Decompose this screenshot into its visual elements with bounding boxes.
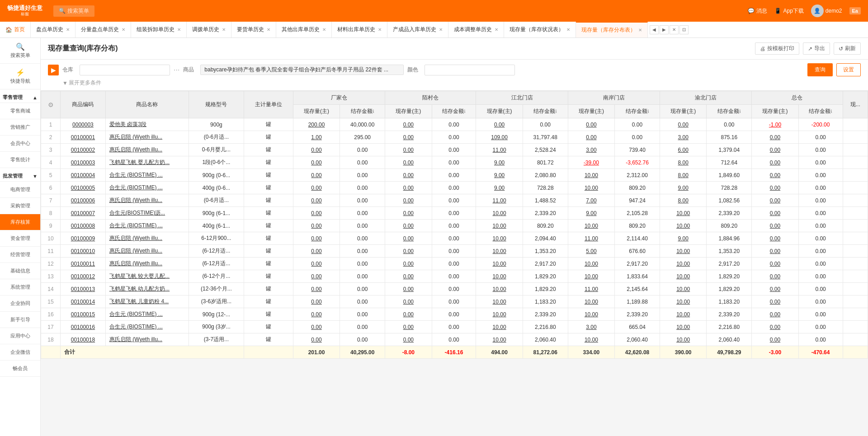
settings-btn[interactable]: 设置 (836, 63, 861, 76)
product-code[interactable]: 00100010 (61, 245, 106, 258)
message-btn[interactable]: 💬 消息 (748, 7, 767, 15)
yubei-qty[interactable]: 10.00 (660, 270, 706, 283)
product-code[interactable]: 00100006 (61, 194, 106, 207)
total-qty[interactable]: 0.00 (752, 333, 798, 346)
mocun-qty[interactable]: 0.00 (385, 283, 432, 295)
tab-home[interactable]: 🏠 首页 (0, 22, 31, 38)
factory-qty[interactable]: 0.00 (293, 333, 340, 346)
yubei-qty[interactable]: 10.00 (660, 258, 706, 270)
close-tab-3[interactable]: ✕ (177, 27, 181, 32)
jiangbei-qty[interactable]: 10.00 (476, 333, 523, 346)
yubei-qty[interactable]: 0.00 (660, 118, 706, 131)
sidebar-item-members[interactable]: 会员中心 (0, 136, 40, 152)
yubei-qty[interactable]: 8.00 (660, 156, 706, 169)
nanan-qty[interactable]: 10.00 (568, 169, 614, 182)
product-code[interactable]: 00100009 (61, 232, 106, 245)
nanan-qty[interactable]: 11.00 (568, 283, 614, 295)
yubei-qty[interactable]: 10.00 (660, 333, 706, 346)
factory-qty[interactable]: 1.00 (293, 131, 340, 144)
yubei-qty[interactable]: 6.00 (660, 144, 706, 156)
nanan-qty[interactable]: -39.00 (568, 156, 614, 169)
nanan-qty[interactable]: 9.00 (568, 207, 614, 220)
sidebar-item-marketing[interactable]: 营销推广 (0, 119, 40, 136)
nanan-qty[interactable]: 10.00 (568, 308, 614, 321)
query-btn[interactable]: 查询 (807, 63, 833, 76)
yubei-qty[interactable]: 10.00 (660, 295, 706, 308)
mocun-qty[interactable]: 0.00 (385, 270, 432, 283)
close-tab-8[interactable]: ✕ (439, 27, 443, 32)
th-gear[interactable]: ⚙ (41, 91, 61, 118)
filter-toggle-btn[interactable]: ▶ (48, 65, 59, 75)
mocun-qty[interactable]: 0.00 (385, 245, 432, 258)
sidebar-item-ecommerce[interactable]: 电商管理 (0, 182, 40, 198)
product-code[interactable]: 0000003 (61, 118, 106, 131)
factory-qty[interactable]: 0.00 (293, 169, 340, 182)
mocun-qty[interactable]: 0.00 (385, 232, 432, 245)
close-tab-2[interactable]: ✕ (122, 27, 125, 32)
sidebar-item-retail-stats[interactable]: 零售统计 (0, 152, 40, 168)
mocun-qty[interactable]: 0.00 (385, 258, 432, 270)
nanan-qty[interactable]: 10.00 (568, 295, 614, 308)
product-code[interactable]: 00100005 (61, 182, 106, 194)
tab-stock-distribution[interactable]: 现存量（库存分布表） ✕ (576, 22, 648, 38)
product-name[interactable]: 爱他美 卤藻3段 (105, 118, 189, 131)
jiangbei-qty[interactable]: 9.00 (476, 156, 523, 169)
nanan-qty[interactable]: 10.00 (568, 182, 614, 194)
total-qty[interactable]: 0.00 (752, 131, 798, 144)
product-name[interactable]: 合生元 (BIOSTIME) ... (105, 169, 189, 182)
yubei-qty[interactable]: 9.00 (660, 232, 706, 245)
nanan-qty[interactable]: 10.00 (568, 258, 614, 270)
product-name[interactable]: 飞鹤星飞帆 婴儿配方奶... (105, 156, 189, 169)
yubei-qty[interactable]: 10.00 (660, 321, 706, 333)
jiangbei-qty[interactable]: 10.00 (476, 295, 523, 308)
sidebar-item-inventory[interactable]: 库存核算 (0, 214, 40, 230)
product-code[interactable]: 00100018 (61, 333, 106, 346)
product-name[interactable]: 合生元 (BIOSTIME) ... (105, 220, 189, 232)
mocun-qty[interactable]: 0.00 (385, 118, 432, 131)
close-tab-10[interactable]: ✕ (566, 27, 570, 32)
sidebar-item-guide[interactable]: 新手引导 (0, 312, 40, 328)
nanan-qty[interactable]: 5.00 (568, 245, 614, 258)
tab-expand-btn[interactable]: ⊡ (679, 25, 689, 34)
product-code[interactable]: 00100008 (61, 220, 106, 232)
yubei-qty[interactable]: 10.00 (660, 308, 706, 321)
jiangbei-qty[interactable]: 0.00 (476, 118, 523, 131)
product-code[interactable]: 00100016 (61, 321, 106, 333)
yubei-qty[interactable]: 10.00 (660, 245, 706, 258)
jiangbei-qty[interactable]: 10.00 (476, 258, 523, 270)
total-qty[interactable]: 0.00 (752, 144, 798, 156)
jiangbei-qty[interactable]: 10.00 (476, 245, 523, 258)
close-tab-5[interactable]: ✕ (267, 27, 270, 32)
yubei-qty[interactable]: 10.00 (660, 207, 706, 220)
mocun-qty[interactable]: 0.00 (385, 333, 432, 346)
mocun-qty[interactable]: 0.00 (385, 321, 432, 333)
factory-qty[interactable]: 0.00 (293, 232, 340, 245)
jiangbei-qty[interactable]: 11.00 (476, 194, 523, 207)
total-qty[interactable]: 0.00 (752, 169, 798, 182)
mocun-qty[interactable]: 0.00 (385, 156, 432, 169)
total-qty[interactable]: 0.00 (752, 283, 798, 295)
close-tab-1[interactable]: ✕ (66, 27, 70, 32)
product-name[interactable]: 惠氏启陪 (Wyeth illu... (105, 194, 189, 207)
total-qty[interactable]: 0.00 (752, 156, 798, 169)
sidebar-item-system[interactable]: 系统管理 (0, 279, 40, 295)
factory-qty[interactable]: 0.00 (293, 194, 340, 207)
factory-qty[interactable]: 0.00 (293, 207, 340, 220)
jiangbei-qty[interactable]: 10.00 (476, 270, 523, 283)
factory-qty[interactable]: 0.00 (293, 258, 340, 270)
tab-assembly[interactable]: 组装拆卸单历史 ✕ (131, 22, 187, 38)
factory-qty[interactable]: 0.00 (293, 220, 340, 232)
factory-qty[interactable]: 0.00 (293, 308, 340, 321)
total-qty[interactable]: 0.00 (752, 220, 798, 232)
jiangbei-qty[interactable]: 10.00 (476, 232, 523, 245)
tab-requisition[interactable]: 要货单历史 ✕ (231, 22, 276, 38)
refresh-btn[interactable]: ↺ 刷新 (834, 42, 861, 55)
product-code[interactable]: 00100003 (61, 156, 106, 169)
tab-inventory-check[interactable]: 盘点单历史 ✕ (31, 22, 75, 38)
factory-qty[interactable]: 0.00 (293, 283, 340, 295)
expand-conditions-btn[interactable]: ▼ 展开更多条件 (62, 79, 101, 87)
product-code[interactable]: 00100015 (61, 308, 106, 321)
yubei-qty[interactable]: 8.00 (660, 194, 706, 207)
jiangbei-qty[interactable]: 10.00 (476, 321, 523, 333)
product-name[interactable]: 合生元 (BIOSTIME) ... (105, 308, 189, 321)
